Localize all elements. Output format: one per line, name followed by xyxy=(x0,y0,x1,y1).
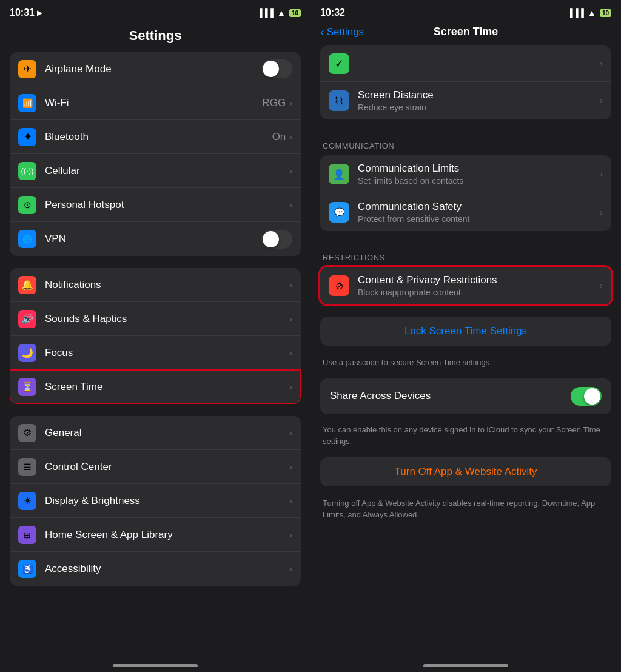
screen-distance-row[interactable]: ⌇⌇ Screen Distance Reduce eye strain › xyxy=(320,82,611,119)
comm-limits-row[interactable]: 👤 Communication Limits Set limits based … xyxy=(320,155,611,193)
airplane-label: Airplane Mode xyxy=(45,63,261,75)
wifi-label: Wi-Fi xyxy=(45,97,263,109)
left-panel: 10:31 ▶ ▐▐▐ ▲ 10 Settings ✈ Airplane Mod… xyxy=(0,0,310,672)
lock-screentime-row[interactable]: Lock Screen Time Settings xyxy=(320,317,611,346)
content-privacy-sublabel: Block inappropriate content xyxy=(358,287,600,297)
share-devices-toggle[interactable] xyxy=(571,387,602,406)
focus-row[interactable]: 🌙 Focus › xyxy=(10,336,301,370)
airplane-icon: ✈ xyxy=(18,60,36,78)
notifications-icon: 🔔 xyxy=(18,276,36,294)
bluetooth-row[interactable]: ✦ Bluetooth On › xyxy=(10,120,301,154)
left-page-title: Settings xyxy=(0,23,310,52)
focus-label: Focus xyxy=(45,347,289,359)
airplane-toggle[interactable] xyxy=(261,59,292,78)
turnoff-activity-label: Turn Off App & Website Activity xyxy=(330,466,602,478)
homescreen-label: Home Screen & App Library xyxy=(45,529,289,541)
restrictions-header: RESTRICTIONS xyxy=(320,243,611,267)
sounds-label: Sounds & Haptics xyxy=(45,313,289,325)
right-wifi-icon: ▲ xyxy=(588,8,596,18)
right-clock: 10:32 xyxy=(320,7,345,18)
vpn-icon: 🌐 xyxy=(18,230,36,248)
comm-limits-text: Communication Limits Set limits based on… xyxy=(358,163,600,186)
homescreen-row[interactable]: ⊞ Home Screen & App Library › xyxy=(10,518,301,552)
comm-safety-icon: 💬 xyxy=(329,202,349,223)
screen-distance-chevron: › xyxy=(600,96,603,106)
controlcenter-chevron: › xyxy=(289,462,292,472)
airplane-mode-row[interactable]: ✈ Airplane Mode xyxy=(10,52,301,86)
left-home-indicator xyxy=(0,651,310,672)
comm-limits-icon: 👤 xyxy=(329,164,349,184)
screentime-row[interactable]: ⏳ Screen Time › xyxy=(10,370,301,404)
content-privacy-text: Content & Privacy Restrictions Block ina… xyxy=(358,274,600,297)
screen-distance-label: Screen Distance xyxy=(358,89,600,101)
left-status-bar: 10:31 ▶ ▐▐▐ ▲ 10 xyxy=(0,0,310,23)
general-chevron: › xyxy=(289,428,292,438)
controlcenter-icon: ☰ xyxy=(18,458,36,476)
focus-icon: 🌙 xyxy=(18,344,36,362)
comm-limits-label: Communication Limits xyxy=(358,163,600,175)
lock-screentime-label: Lock Screen Time Settings xyxy=(330,325,602,337)
share-devices-inner: Share Across Devices xyxy=(320,378,611,414)
back-button[interactable]: ‹ Settings xyxy=(320,25,364,39)
content-privacy-chevron: › xyxy=(600,281,603,291)
controlcenter-row[interactable]: ☰ Control Center › xyxy=(10,450,301,484)
display-row[interactable]: ☀ Display & Brightness › xyxy=(10,484,301,518)
sounds-icon: 🔊 xyxy=(18,310,36,328)
cellular-chevron: › xyxy=(289,166,292,176)
comm-safety-label: Communication Safety xyxy=(358,201,600,213)
comm-safety-text: Communication Safety Protect from sensit… xyxy=(358,201,600,224)
general-group: ⚙ General › ☰ Control Center › ☀ Display… xyxy=(10,416,301,586)
general-row[interactable]: ⚙ General › xyxy=(10,416,301,450)
wifi-status-icon: ▲ xyxy=(277,8,286,18)
vpn-toggle[interactable] xyxy=(261,230,292,249)
cellular-row[interactable]: ((·)) Cellular › xyxy=(10,154,301,188)
comm-safety-sublabel: Protect from sensitive content xyxy=(358,214,600,224)
comm-safety-chevron: › xyxy=(600,207,603,217)
communication-group: 👤 Communication Limits Set limits based … xyxy=(320,155,611,231)
general-icon: ⚙ xyxy=(18,424,36,442)
back-label: Settings xyxy=(327,26,364,38)
left-home-bar xyxy=(113,664,198,667)
focus-chevron: › xyxy=(289,348,292,358)
cellular-icon: ((·)) xyxy=(18,162,36,180)
screentime-chevron: › xyxy=(289,382,292,392)
display-icon: ☀ xyxy=(18,492,36,510)
screen-distance-text: Screen Distance Reduce eye strain xyxy=(358,89,600,112)
accessibility-label: Accessibility xyxy=(45,563,289,575)
always-allowed-row[interactable]: ✓ › xyxy=(320,45,611,82)
notifications-label: Notifications xyxy=(45,279,289,291)
bluetooth-chevron: › xyxy=(289,132,292,142)
left-status-icons: ▐▐▐ ▲ 10 xyxy=(257,8,301,18)
right-battery-badge: 10 xyxy=(600,9,611,17)
always-allowed-icon: ✓ xyxy=(329,53,349,74)
hotspot-row[interactable]: ⊙ Personal Hotspot › xyxy=(10,188,301,222)
notifications-row[interactable]: 🔔 Notifications › xyxy=(10,268,301,302)
accessibility-icon: ♿ xyxy=(18,560,36,578)
comm-safety-row[interactable]: 💬 Communication Safety Protect from sens… xyxy=(320,193,611,231)
accessibility-row[interactable]: ♿ Accessibility › xyxy=(10,552,301,586)
bluetooth-icon: ✦ xyxy=(18,128,36,146)
notifications-chevron: › xyxy=(289,280,292,290)
right-panel: 10:32 ▐▐▐ ▲ 10 ‹ Settings Screen Time ✓ … xyxy=(310,0,621,672)
comm-limits-sublabel: Set limits based on contacts xyxy=(358,176,600,186)
right-status-bar: 10:32 ▐▐▐ ▲ 10 xyxy=(310,0,621,23)
content-privacy-row[interactable]: ⊘ Content & Privacy Restrictions Block i… xyxy=(320,267,611,304)
location-icon: ▶ xyxy=(37,9,42,17)
restrictions-group: ⊘ Content & Privacy Restrictions Block i… xyxy=(320,267,611,304)
sounds-row[interactable]: 🔊 Sounds & Haptics › xyxy=(10,302,301,336)
display-chevron: › xyxy=(289,496,292,506)
cellular-label: Cellular xyxy=(45,165,289,177)
accessibility-chevron: › xyxy=(289,564,292,574)
screentime-label: Screen Time xyxy=(45,381,289,393)
vpn-row[interactable]: 🌐 VPN xyxy=(10,222,301,256)
display-label: Display & Brightness xyxy=(45,495,289,507)
wifi-row[interactable]: 📶 Wi-Fi RGG › xyxy=(10,86,301,120)
right-content: ✓ › ⌇⌇ Screen Distance Reduce eye strain… xyxy=(310,45,621,651)
back-chevron-icon: ‹ xyxy=(320,25,324,39)
turnoff-activity-row[interactable]: Turn Off App & Website Activity xyxy=(320,457,611,486)
right-status-icons: ▐▐▐ ▲ 10 xyxy=(567,8,611,18)
content-privacy-icon: ⊘ xyxy=(329,275,349,296)
screentime-icon: ⏳ xyxy=(18,378,36,396)
wifi-value: RGG xyxy=(263,97,286,109)
homescreen-chevron: › xyxy=(289,530,292,540)
